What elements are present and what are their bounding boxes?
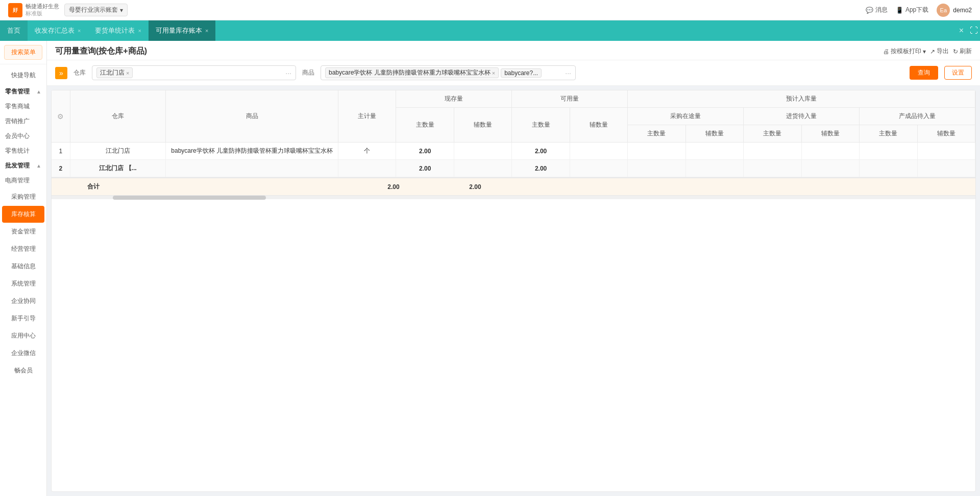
sidebar-search-area: 搜索菜单 (0, 41, 46, 64)
cell-incoming-sub (801, 143, 859, 160)
table-row: 2 江北门店 【... 2.00 2.00 (52, 160, 975, 177)
th-production-main: 主数量 (860, 125, 917, 143)
sidebar-item-changyuanhui[interactable]: 畅会员 (2, 362, 44, 379)
sidebar-item-operations[interactable]: 经营管理 (2, 241, 44, 257)
filter-actions: 查询 设置 (910, 66, 972, 80)
tab-order-close[interactable]: × (138, 28, 141, 34)
cell-incoming-sub (801, 160, 859, 177)
print-label: 按模板打印 (891, 47, 921, 56)
sidebar-item-retail-stats[interactable]: 零售统计 (0, 144, 46, 158)
sidebar-item-retail-mall[interactable]: 零售商城 (0, 99, 46, 114)
th-stock-sub: 辅数量 (454, 108, 511, 143)
scroll-track[interactable] (52, 195, 975, 199)
cell-stock-main: 2.00 (396, 160, 454, 177)
cell-product (166, 160, 338, 177)
warehouse-tag-remove[interactable]: × (126, 70, 129, 76)
sidebar-item-inventory[interactable]: 库存核算 (2, 206, 44, 223)
sidebar-item-collab[interactable]: 企业协同 (2, 293, 44, 310)
gear-icon[interactable]: ⚙ (57, 112, 64, 121)
export-label: 导出 (937, 47, 949, 56)
tab-receive[interactable]: 收发存汇总表 × (28, 20, 88, 41)
tab-order[interactable]: 要货单统计表 × (88, 20, 148, 41)
cell-stock-sub (454, 160, 511, 177)
settings-button[interactable]: 设置 (944, 66, 972, 80)
expand-tabs[interactable]: ⛶ (970, 26, 978, 35)
sidebar-item-member[interactable]: 会员中心 (0, 129, 46, 144)
app-label: App下载 (905, 6, 928, 14)
th-purchase-main: 主数量 (628, 125, 685, 143)
refresh-label: 刷新 (960, 47, 972, 56)
cell-stock-sub (454, 143, 511, 160)
sidebar-section-wholesale[interactable]: 批发管理 ▲ (0, 158, 46, 173)
username: demo2 (953, 7, 972, 14)
table-footer: 合计 2.00 2.00 (52, 177, 975, 195)
th-settings[interactable]: ⚙ (52, 90, 70, 143)
cell-warehouse: 江北门店 【... (70, 160, 166, 177)
sidebar-section-retail[interactable]: 零售管理 ▲ (0, 84, 46, 99)
footer-label: 合计 (57, 182, 373, 191)
product-more-icon[interactable]: ··· (565, 69, 571, 77)
table-row: 1 江北门店 babycare学饮杯 儿童防摔防撞吸管杯重力球吸嘴杯宝宝水杯 个… (52, 143, 975, 160)
search-menu-btn[interactable]: 搜索菜单 (4, 45, 42, 60)
cell-production-sub (917, 143, 975, 160)
sidebar-item-appcenter[interactable]: 应用中心 (2, 327, 44, 344)
footer-label-text: 合计 (87, 183, 100, 190)
warehouse-filter-input[interactable]: 江北门店 × ··· (92, 65, 296, 80)
th-production-sub: 辅数量 (917, 125, 975, 143)
sidebar-item-wechat[interactable]: 企业微信 (2, 345, 44, 362)
sidebar-item-guide[interactable]: 新手引导 (2, 310, 44, 327)
th-warehouse: 仓库 (70, 90, 166, 143)
sidebar-item-basic[interactable]: 基础信息 (2, 258, 44, 275)
cell-avail-sub (570, 160, 627, 177)
filter-bar: » 仓库 江北门店 × ··· 商品 babycare学饮杯 儿童防摔防撞吸管杯… (47, 60, 980, 86)
cell-production-sub (917, 160, 975, 177)
sidebar-item-quicknav[interactable]: 快捷导航 (2, 67, 44, 84)
user-area[interactable]: Ea demo2 (937, 4, 972, 17)
print-btn[interactable]: 🖨 按模板打印 ▾ (883, 47, 926, 56)
cell-avail-main: 2.00 (512, 160, 570, 177)
sidebar-item-finance[interactable]: 资金管理 (2, 223, 44, 240)
industry-selector[interactable]: 母婴行业演示账套 ▾ (64, 4, 128, 16)
product-tag-1: babycare学饮杯 儿童防摔防撞吸管杯重力球吸嘴杯宝宝水杯 × (325, 67, 499, 78)
sidebar-item-system[interactable]: 系统管理 (2, 275, 44, 292)
product-filter-input[interactable]: babycare学饮杯 儿童防摔防撞吸管杯重力球吸嘴杯宝宝水杯 × babyca… (321, 65, 576, 80)
th-purchase-transit: 采购在途量 (628, 108, 744, 125)
tab-available-close[interactable]: × (205, 28, 208, 34)
tab-home[interactable]: 首页 (0, 20, 28, 41)
retail-arrow: ▲ (36, 89, 41, 95)
retail-label: 零售管理 (5, 87, 30, 96)
close-all-tabs[interactable]: × (959, 26, 964, 35)
tab-available[interactable]: 可用量库存账本 × (149, 20, 215, 41)
cell-unit: 个 (338, 143, 396, 160)
cell-avail-main: 2.00 (512, 143, 570, 160)
sidebar: 搜索菜单 快捷导航 零售管理 ▲ 零售商城 营销推广 会员中心 零售统计 批发管… (0, 41, 47, 496)
scroll-thumb[interactable] (113, 196, 266, 200)
top-bar-right: 💬 消息 📱 App下载 Ea demo2 (866, 4, 972, 17)
th-stock-main: 主数量 (396, 108, 454, 143)
cell-incoming-main (744, 160, 801, 177)
app-download-btn[interactable]: 📱 App下载 (896, 6, 928, 14)
sidebar-item-purchase[interactable]: 采购管理 (2, 188, 44, 205)
th-stock-group: 现存量 (396, 90, 512, 108)
nav-tabs: 首页 收发存汇总表 × 要货单统计表 × 可用量库存账本 × × ⛶ (0, 20, 980, 41)
refresh-btn[interactable]: ↻ 刷新 (953, 47, 972, 56)
footer-stock-main: 2.00 (373, 183, 414, 191)
th-unit: 主计量 (338, 90, 396, 143)
export-btn[interactable]: ↗ 导出 (930, 47, 949, 56)
th-available-group: 可用量 (512, 90, 628, 108)
logo: 好 畅捷通好生意 标准版 (8, 3, 59, 17)
sidebar-item-ecommerce[interactable]: 电商管理 (0, 173, 46, 188)
data-table: ⚙ 仓库 商品 主计量 现存量 可用量 预计入库量 主数量 辅数量 主数量 辅数… (52, 90, 975, 177)
filter-toggle-btn[interactable]: » (55, 67, 67, 79)
wholesale-arrow: ▲ (36, 163, 41, 169)
tab-receive-close[interactable]: × (78, 28, 81, 34)
cell-no: 2 (52, 160, 70, 177)
warehouse-more-icon[interactable]: ··· (285, 69, 291, 77)
sidebar-item-marketing[interactable]: 营销推广 (0, 114, 46, 129)
message-btn[interactable]: 💬 消息 (866, 6, 888, 14)
product-tag-1-remove[interactable]: × (492, 70, 495, 76)
dropdown-icon: ▾ (120, 7, 123, 14)
export-icon: ↗ (930, 48, 935, 55)
cell-purchase-sub (685, 143, 743, 160)
query-button[interactable]: 查询 (910, 66, 938, 80)
